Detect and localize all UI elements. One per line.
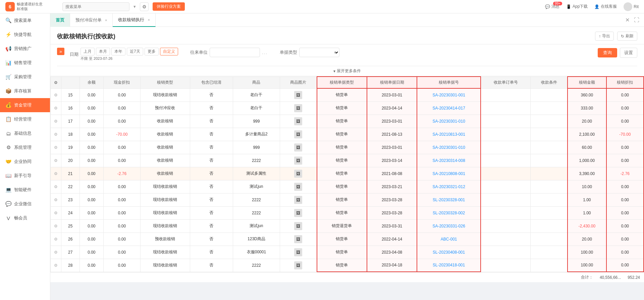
row-settings-icon[interactable]: ⚙ xyxy=(54,106,58,111)
sidebar-item-shortcut[interactable]: ⚡ 快捷导航 xyxy=(0,28,50,42)
app-download-item[interactable]: 📱 App下载 xyxy=(566,4,588,9)
table-cell[interactable]: SA-20230414-017 xyxy=(417,101,481,115)
sidebar-item-hardware[interactable]: 💻 智能硬件 xyxy=(0,183,50,197)
table-cell[interactable]: ⚙ xyxy=(51,115,61,128)
bill-no-link[interactable]: SA-20230301-001 xyxy=(432,93,465,97)
maximize-window-button[interactable]: ⛶ xyxy=(633,17,640,24)
table-cell[interactable]: ⚙ xyxy=(51,167,61,180)
bill-no-link[interactable]: SA-20230414-017 xyxy=(432,106,465,111)
filter-expand-arrow[interactable]: » xyxy=(57,48,64,55)
this-year-btn[interactable]: 本年 xyxy=(111,48,125,55)
bill-no-link[interactable]: SA-20210813-001 xyxy=(432,132,465,137)
table-cell[interactable]: ⚙ xyxy=(51,246,61,259)
row-settings-icon[interactable]: ⚙ xyxy=(54,158,58,163)
message-icon-item[interactable]: 💬 消息 99+ xyxy=(545,4,559,9)
table-cell[interactable]: ⚙ xyxy=(51,219,61,232)
industry-button[interactable]: 休验行业方案 xyxy=(153,2,185,11)
row-settings-icon[interactable]: ⚙ xyxy=(54,198,58,202)
table-cell[interactable]: SL-20230418-001 xyxy=(417,259,481,272)
sidebar-item-search[interactable]: 🔍 搜索菜单 xyxy=(0,13,50,28)
last-7days-btn[interactable]: 近7天 xyxy=(127,48,143,55)
close-window-button[interactable]: ✕ xyxy=(624,17,631,24)
row-settings-icon[interactable]: ⚙ xyxy=(54,145,58,150)
bill-no-link[interactable]: SL-20230328-002 xyxy=(433,211,465,215)
prepay-tab-close[interactable]: × xyxy=(105,18,107,22)
table-cell[interactable]: ⚙ xyxy=(51,232,61,246)
tab-write-off[interactable]: 收款核销执行 × xyxy=(113,13,155,27)
bill-no-link[interactable]: SA-20230301-010 xyxy=(432,119,465,124)
tab-prepay[interactable]: 预付冲应付单 × xyxy=(70,13,113,27)
bill-no-link[interactable]: SA-20230321-012 xyxy=(432,184,465,189)
row-settings-icon[interactable]: ⚙ xyxy=(54,119,58,124)
table-cell[interactable]: ⚙ xyxy=(51,88,61,101)
table-cell[interactable]: ⚙ xyxy=(51,141,61,154)
online-service-item[interactable]: 👤 在线客服 xyxy=(594,4,617,9)
table-cell[interactable]: SA-20210813-001 xyxy=(417,128,481,141)
sidebar-item-purchase[interactable]: 🛒 采购管理 xyxy=(0,70,50,84)
refresh-button[interactable]: ↻ 刷新 xyxy=(617,32,637,41)
table-cell[interactable]: SA-20230301-001 xyxy=(417,88,481,101)
sidebar-item-finance[interactable]: 💰 资金管理 xyxy=(0,98,50,112)
table-cell[interactable]: ABC-001 xyxy=(417,232,481,246)
query-button[interactable]: 查询 xyxy=(598,48,617,57)
bill-no-link[interactable]: SA-20230314-008 xyxy=(432,158,465,163)
sidebar-item-system[interactable]: ⚙ 系统管理 xyxy=(0,140,50,155)
last-month-btn[interactable]: 上月 xyxy=(80,48,95,55)
sidebar-item-inventory[interactable]: 📦 库存核算 xyxy=(0,84,50,98)
user-item[interactable]: Rit xyxy=(624,2,639,11)
receipt-type-select[interactable] xyxy=(299,48,339,57)
sidebar-item-sales[interactable]: 📊 销售管理 xyxy=(0,56,50,70)
table-cell[interactable]: ⚙ xyxy=(51,206,61,219)
th-settings[interactable]: ⚙ xyxy=(51,77,61,88)
table-cell[interactable]: SA-20210808-001 xyxy=(417,167,481,180)
export-button[interactable]: ↑ 导出 xyxy=(595,32,614,41)
bill-no-link[interactable]: SA-20210808-001 xyxy=(432,171,465,176)
row-settings-icon[interactable]: ⚙ xyxy=(54,171,58,176)
table-cell[interactable]: SL-20230328-001 xyxy=(417,193,481,206)
sidebar-item-collab[interactable]: 🤝 企业协同 xyxy=(0,155,50,169)
bill-no-link[interactable]: SL-20230408-001 xyxy=(433,250,465,255)
dropdown-arrow-icon[interactable]: ▾ xyxy=(133,4,136,9)
bill-no-link[interactable]: SA-20230331-026 xyxy=(432,224,465,228)
table-cell[interactable]: SA-20230301-010 xyxy=(417,141,481,154)
expand-more-bar[interactable]: ▾ 展开更多条件 xyxy=(57,66,637,76)
sidebar-item-guide[interactable]: 📖 新手引导 xyxy=(0,169,50,183)
bill-no-link[interactable]: SA-20230301-010 xyxy=(432,145,465,150)
table-cell[interactable]: SA-20230321-012 xyxy=(417,180,481,193)
setting-button[interactable]: 设置 xyxy=(620,48,637,58)
table-cell[interactable]: SA-20230314-008 xyxy=(417,154,481,167)
top-search-input[interactable] xyxy=(62,2,129,11)
table-cell[interactable]: SL-20230408-001 xyxy=(417,246,481,259)
bill-no-link[interactable]: SL-20230328-001 xyxy=(433,198,465,202)
table-cell[interactable]: ⚙ xyxy=(51,180,61,193)
this-month-btn[interactable]: 本月 xyxy=(96,48,110,55)
custom-date-btn[interactable]: 自定义 xyxy=(160,48,178,55)
row-settings-icon[interactable]: ⚙ xyxy=(54,263,58,268)
table-cell[interactable]: ⚙ xyxy=(51,193,61,206)
table-cell[interactable]: SL-20230328-002 xyxy=(417,206,481,219)
row-settings-icon[interactable]: ⚙ xyxy=(54,132,58,137)
row-settings-icon[interactable]: ⚙ xyxy=(54,211,58,215)
sidebar-item-vip[interactable]: V 畅会员 xyxy=(0,211,50,225)
sidebar-item-marketing[interactable]: 📢 营销推广 xyxy=(0,42,50,56)
write-off-tab-close[interactable]: × xyxy=(148,18,150,22)
row-settings-icon[interactable]: ⚙ xyxy=(54,250,58,255)
bill-no-link[interactable]: SL-20230418-001 xyxy=(433,263,465,267)
table-cell[interactable]: SA-20230301-010 xyxy=(417,115,481,128)
sidebar-item-wechat[interactable]: 💬 企业微信 xyxy=(0,197,50,211)
table-cell[interactable]: SA-20230331-026 xyxy=(417,219,481,232)
row-settings-icon[interactable]: ⚙ xyxy=(54,93,58,97)
table-cell[interactable]: ⚙ xyxy=(51,101,61,115)
row-settings-icon[interactable]: ⚙ xyxy=(54,224,58,228)
partner-input[interactable] xyxy=(210,48,260,57)
table-cell[interactable]: ⚙ xyxy=(51,259,61,272)
table-cell[interactable]: ⚙ xyxy=(51,128,61,141)
tab-home[interactable]: 首页 xyxy=(50,13,70,27)
table-cell[interactable]: ⚙ xyxy=(51,154,61,167)
more-date-btn[interactable]: 更多 xyxy=(145,48,159,55)
sidebar-item-basic-info[interactable]: 🗂 基础信息 xyxy=(0,126,50,140)
gear-button[interactable]: ⚙ xyxy=(140,2,149,11)
bill-no-link[interactable]: ABC-001 xyxy=(441,237,457,242)
row-settings-icon[interactable]: ⚙ xyxy=(54,184,58,189)
sidebar-item-operations[interactable]: 📋 经营管理 xyxy=(0,112,50,126)
